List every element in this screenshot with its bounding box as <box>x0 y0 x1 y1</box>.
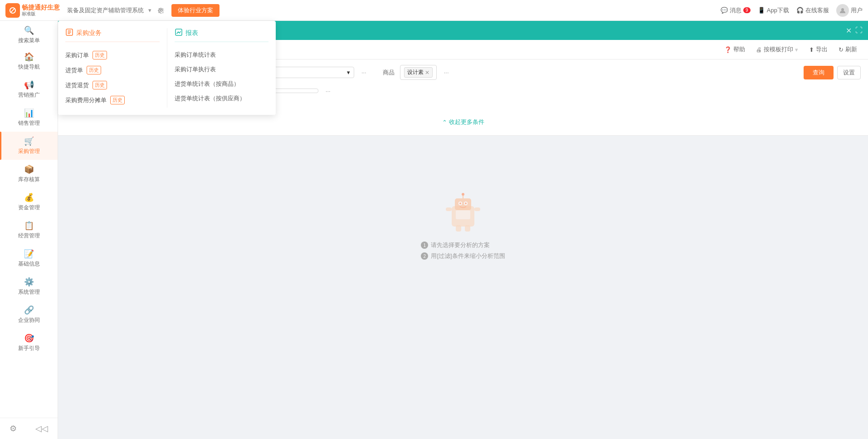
sidebar-item-finance[interactable]: 💰 资金管理 <box>0 188 58 216</box>
menu-item-receipt-by-supplier-label: 进货单统计表（按供应商） <box>175 94 245 103</box>
finance-icon: 💰 <box>24 192 34 202</box>
user-button[interactable]: 用户 <box>836 4 863 17</box>
sidebar-item-marketing[interactable]: 📢 营销推广 <box>0 75 58 104</box>
export-button[interactable]: ⬆ 导出 <box>805 44 831 55</box>
refresh-icon: ↻ <box>839 46 844 53</box>
logo-main: 畅捷通好生意 <box>22 4 60 11</box>
refresh-button[interactable]: ↻ 刷新 <box>835 44 861 55</box>
collapse-button[interactable]: ⌃ 收起更多条件 <box>65 114 861 130</box>
goods-dots[interactable]: ··· <box>442 69 451 76</box>
purchase-order-badge: 历史 <box>93 51 107 59</box>
purchase-menu-icon <box>65 28 73 38</box>
active-indicator <box>0 132 1 160</box>
menu-item-receipt-by-goods[interactable]: 进货单统计表（按商品） <box>175 77 269 91</box>
app-container: 畅捷通好生意 标准版 装备及固定资产辅助管理系统 ▾ 体验行业方案 💬 消息 9 <box>0 0 868 439</box>
menu-item-purchase-order[interactable]: 采购订单 历史 <box>65 48 160 63</box>
action-buttons: 查询 设置 <box>804 66 861 79</box>
home-icon: 🏠 <box>24 52 34 62</box>
sidebar-item-sales-label: 销售管理 <box>18 119 40 127</box>
marketing-icon: 📢 <box>24 80 34 90</box>
svg-point-6 <box>465 202 467 204</box>
goods-tag-close-icon[interactable]: ✕ <box>425 69 429 76</box>
empty-hints: 1 请先选择要分析的方案 2 用[过滤]条件来缩小分析范围 <box>421 241 505 263</box>
sidebar-item-basic[interactable]: 📝 基础信息 <box>0 244 58 272</box>
order-status-dots[interactable]: ··· <box>360 69 368 76</box>
help-button[interactable]: ❓ 帮助 <box>721 44 749 55</box>
hint1-dot: 1 <box>421 242 428 249</box>
sidebar-item-cooperation-label: 企业协同 <box>18 316 40 324</box>
user-avatar <box>836 4 849 17</box>
sidebar-item-guide-label: 新手引导 <box>18 345 40 352</box>
top-bar: 畅捷通好生意 标准版 装备及固定资产辅助管理系统 ▾ 体验行业方案 💬 消息 9 <box>0 0 868 21</box>
sidebar-item-quick-nav[interactable]: 🏠 快捷导航 <box>0 47 58 75</box>
print-button[interactable]: 🖨 按模板打印 ▾ <box>752 44 802 55</box>
menu-item-order-exec-label: 采购订单执行表 <box>175 65 216 74</box>
sidebar-item-inventory-label: 库存核算 <box>18 176 40 183</box>
sidebar-item-cooperation[interactable]: 🔗 企业协同 <box>0 301 58 329</box>
svg-rect-13 <box>456 210 470 219</box>
empty-hint-1: 1 请先选择要分析的方案 <box>421 241 505 249</box>
industry-button[interactable]: 体验行业方案 <box>171 4 219 17</box>
menu-item-order-exec[interactable]: 采购订单执行表 <box>175 62 269 77</box>
search-icon: 🔍 <box>24 25 34 35</box>
tab-right-buttons: ✕ ⛶ <box>846 26 868 35</box>
sidebar-item-basic-label: 基础信息 <box>18 260 40 268</box>
menu-item-purchase-order-label: 采购订单 <box>65 51 89 59</box>
sidebar-item-marketing-label: 营销推广 <box>18 91 40 99</box>
svg-rect-2 <box>455 198 471 210</box>
collapse-sidebar-button[interactable]: ◁◁ <box>35 424 48 434</box>
order-status-select[interactable]: ▾ <box>263 67 354 78</box>
goods-input[interactable]: 设计素 ✕ <box>400 65 437 80</box>
menu-item-order-stats[interactable]: 采购订单统计表 <box>175 48 269 62</box>
svg-point-8 <box>462 193 464 196</box>
sidebar-item-operation[interactable]: 📋 经营管理 <box>0 216 58 244</box>
sidebar-item-system-label: 系统管理 <box>18 288 40 296</box>
reports-menu-section: 报表 采购订单统计表 采购订单执行表 进货单统计表（按商品） 进货单统计表（按供… <box>175 28 269 108</box>
sidebar-item-finance-label: 资金管理 <box>18 204 40 212</box>
menu-item-purchase-return-label: 进货退货 <box>65 81 89 89</box>
purchase-return-badge: 历史 <box>93 81 107 89</box>
reports-section-title-label: 报表 <box>185 29 198 37</box>
system-title: 装备及固定资产辅助管理系统 <box>67 6 144 15</box>
menu-item-purchase-cost-label: 采购费用分摊单 <box>65 96 107 104</box>
logo-text: 畅捷通好生意 标准版 <box>22 4 60 17</box>
sidebar-item-sales[interactable]: 📊 销售管理 <box>0 104 58 132</box>
help-icon: ❓ <box>724 46 731 53</box>
online-service-button[interactable]: 🎧 在线客服 <box>796 6 829 15</box>
salesperson-dots[interactable]: ··· <box>324 88 332 94</box>
sidebar-item-search-label: 搜索菜单 <box>18 37 40 44</box>
gear-button[interactable] <box>155 4 168 17</box>
sidebar-item-search[interactable]: 🔍 搜索菜单 <box>0 21 58 47</box>
collapse-label: 收起更多条件 <box>449 118 484 126</box>
purchase-cost-badge: 历史 <box>110 96 125 104</box>
reports-section-title: 报表 <box>175 28 269 42</box>
basic-icon: 📝 <box>24 249 34 259</box>
sidebar-item-system[interactable]: ⚙️ 系统管理 <box>0 272 58 301</box>
tab-expand-button[interactable]: ⛶ <box>855 26 863 35</box>
print-arrow-icon[interactable]: ▾ <box>795 46 798 53</box>
system-icon: ⚙️ <box>24 277 34 287</box>
print-label: 按模板打印 <box>764 45 793 54</box>
sidebar-item-inventory[interactable]: 📦 库存核算 <box>0 160 58 188</box>
settings-footer-button[interactable]: ⚙ <box>10 424 17 434</box>
menu-item-receipt-by-supplier[interactable]: 进货单统计表（按供应商） <box>175 91 269 106</box>
sidebar-item-purchase[interactable]: 🛒 采购管理 <box>0 132 58 160</box>
refresh-label: 刷新 <box>845 45 857 54</box>
sidebar-item-operation-label: 经营管理 <box>18 232 40 240</box>
svg-rect-9 <box>446 207 452 211</box>
menu-item-purchase-return[interactable]: 进货退货 历史 <box>65 78 160 93</box>
tab-close-all-button[interactable]: ✕ <box>846 26 852 35</box>
query-button[interactable]: 查询 <box>804 66 834 79</box>
goods-tag: 设计素 ✕ <box>404 67 433 78</box>
export-label: 导出 <box>816 45 828 54</box>
order-status-arrow: ▾ <box>347 69 350 76</box>
menu-item-purchase-cost[interactable]: 采购费用分摊单 历史 <box>65 93 160 108</box>
top-bar-right: 💬 消息 9 📱 App下载 🎧 在线客服 用户 <box>721 4 863 17</box>
setting-button[interactable]: 设置 <box>837 66 861 79</box>
dropdown-arrow-icon[interactable]: ▾ <box>148 7 151 14</box>
menu-item-purchase-receipt[interactable]: 进货单 历史 <box>65 63 160 78</box>
message-button[interactable]: 💬 消息 9 <box>721 6 751 15</box>
sidebar-item-guide[interactable]: 🎯 新手引导 <box>0 329 58 357</box>
hint2-dot: 2 <box>421 252 428 260</box>
app-download-button[interactable]: 📱 App下载 <box>758 6 789 15</box>
